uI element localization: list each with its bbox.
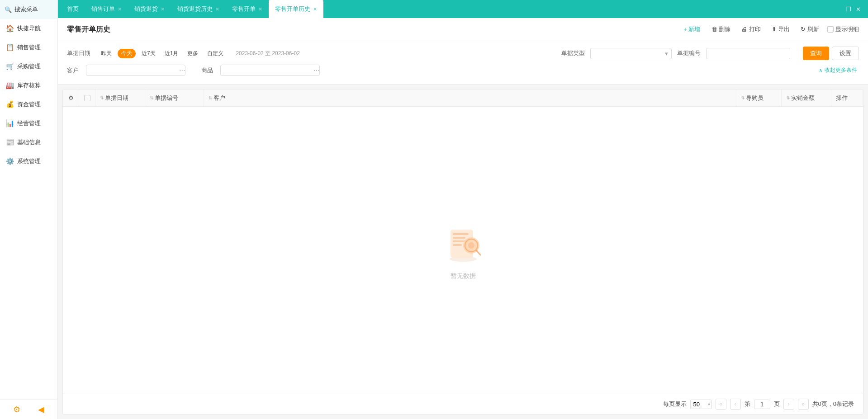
date-btn-2[interactable]: 近7天 (138, 49, 159, 58)
sidebar: 🔍 搜索采单 🏠快捷导航📋销售管理🛒采购管理🏭库存核算💰资金管理📊经营管理📰基础… (0, 0, 58, 419)
first-page-btn[interactable]: « (716, 399, 726, 410)
doc-num-input[interactable] (706, 48, 790, 59)
window-restore-icon[interactable]: ❐ (846, 6, 851, 13)
content-area: 零售开单历史 + 新增 🗑 删除 🖨 打印 ⬆ 导出 ↻ 刷新 显示明细 单据日… (58, 18, 868, 419)
search-icon: 🔍 (5, 6, 12, 13)
tab-close-retail-open-hist[interactable]: ✕ (313, 6, 317, 12)
sys-mgmt-icon: ⚙️ (6, 157, 14, 165)
tab-sales-return-hist[interactable]: 销货退货历史✕ (171, 0, 226, 18)
filter-row-1: 单据日期 昨天今天近7天近1月更多自定义 2023-06-02 至 2023-0… (67, 47, 859, 60)
refresh-button[interactable]: ↻ 刷新 (798, 24, 822, 35)
per-page-select[interactable]: 50 100 200 (690, 400, 712, 409)
collapse-button[interactable]: ∧ 收起更多条件 (817, 65, 859, 76)
next-page-btn[interactable]: › (783, 399, 794, 410)
table-area: ⚙ ⇅ 单据日期 ⇅ 单据编号 ⇅ 客户 ⇅ 导购员 (62, 89, 863, 414)
sidebar-item-ops-mgmt[interactable]: 📊经营管理 (0, 114, 57, 133)
window-close-icon[interactable]: ✕ (856, 6, 861, 13)
table-ops-col: 操作 (831, 89, 863, 106)
table-date-col: ⇅ 单据日期 (95, 89, 145, 106)
show-detail-label[interactable]: 显示明细 (827, 25, 859, 33)
sidebar-item-purchase-mgmt[interactable]: 🛒采购管理 (0, 57, 57, 76)
date-filter-buttons: 昨天今天近7天近1月更多自定义 (98, 49, 227, 58)
table-header: ⚙ ⇅ 单据日期 ⇅ 单据编号 ⇅ 客户 ⇅ 导购员 (63, 89, 863, 107)
show-detail-checkbox[interactable] (827, 26, 834, 33)
tab-retail-open[interactable]: 零售开单✕ (226, 0, 269, 18)
collapse-label: 收起更多条件 (825, 66, 857, 74)
filter-area: 单据日期 昨天今天近7天近1月更多自定义 2023-06-02 至 2023-0… (58, 41, 868, 85)
customer-dots[interactable]: ··· (179, 66, 185, 75)
tab-bar-right: ❐ ✕ (846, 6, 865, 13)
sidebar-item-basic-info[interactable]: 📰基础信息 (0, 133, 57, 152)
amount-col-label: 实销金额 (791, 94, 815, 102)
date-col-label: 单据日期 (105, 94, 128, 102)
print-button[interactable]: 🖨 打印 (739, 24, 764, 35)
sort-client-icon[interactable]: ⇅ (209, 95, 212, 100)
page-number-input[interactable] (754, 400, 770, 409)
prev-page-btn[interactable]: ‹ (730, 399, 741, 410)
delete-button[interactable]: 🗑 删除 (709, 24, 734, 35)
guide-col-label: 导购员 (746, 94, 764, 102)
tab-label-sales-order: 销售订单 (91, 5, 115, 13)
pagination: 每页显示 50 100 200 ▾ « ‹ 第 页 › » 共0页，0条记录 (63, 394, 863, 414)
doc-type-select[interactable] (590, 48, 672, 59)
table-amount-col: ⇅ 实销金额 (782, 89, 831, 106)
sidebar-item-finance[interactable]: 💰资金管理 (0, 95, 57, 114)
customer-label: 客户 (67, 66, 79, 75)
date-range-display: 2023-06-02 至 2023-06-02 (236, 50, 299, 57)
select-all-checkbox[interactable] (84, 95, 90, 101)
sidebar-search[interactable]: 🔍 搜索采单 (0, 0, 57, 19)
tab-sales-return[interactable]: 销货退货✕ (128, 0, 171, 18)
tab-close-sales-order[interactable]: ✕ (118, 6, 122, 12)
settings-icon[interactable]: ⚙ (13, 405, 20, 414)
date-btn-3[interactable]: 近1月 (161, 49, 182, 58)
add-button[interactable]: + 新增 (681, 24, 703, 35)
date-filter-label: 单据日期 (67, 49, 90, 57)
svg-rect-3 (453, 237, 465, 239)
sort-amount-icon[interactable]: ⇅ (786, 95, 790, 100)
table-check-col[interactable] (79, 89, 95, 106)
sidebar-item-sales-mgmt[interactable]: 📋销售管理 (0, 38, 57, 57)
sort-num-icon[interactable]: ⇅ (150, 95, 153, 100)
date-btn-1[interactable]: 今天 (118, 49, 136, 58)
search-button[interactable]: 查询 (803, 47, 829, 60)
customer-input[interactable] (86, 65, 185, 76)
empty-illustration (441, 221, 486, 266)
tab-retail-open-hist[interactable]: 零售开单历史✕ (269, 0, 323, 18)
last-page-btn[interactable]: » (798, 399, 809, 410)
basic-info-icon: 📰 (6, 138, 14, 146)
table-settings-col[interactable]: ⚙ (63, 89, 79, 106)
sort-guide-icon[interactable]: ⇅ (741, 95, 745, 100)
page-title: 零售开单历史 (67, 25, 110, 34)
export-button[interactable]: ⬆ 导出 (769, 24, 793, 35)
table-num-col: ⇅ 单据编号 (145, 89, 204, 106)
sidebar-search-label: 搜索采单 (14, 5, 38, 14)
basic-info-label: 基础信息 (17, 138, 41, 146)
collapse-sidebar-icon[interactable]: ◀ (38, 405, 44, 414)
settings-button[interactable]: 设置 (832, 47, 859, 60)
table-client-col: ⇅ 客户 (204, 89, 736, 106)
tab-bar: 首页销售订单✕销货退货✕销货退货历史✕零售开单✕零售开单历史✕ ❐ ✕ (58, 0, 868, 18)
date-btn-0[interactable]: 昨天 (98, 49, 115, 58)
inventory-label: 库存核算 (17, 81, 41, 89)
sidebar-item-sys-mgmt[interactable]: ⚙️系统管理 (0, 152, 57, 171)
sort-date-icon[interactable]: ⇅ (100, 95, 104, 100)
num-col-label: 单据编号 (155, 94, 178, 102)
sidebar-bottom: ⚙ ◀ (0, 400, 57, 419)
page-header: 零售开单历史 + 新增 🗑 删除 🖨 打印 ⬆ 导出 ↻ 刷新 显示明细 (58, 18, 868, 41)
goods-input[interactable] (220, 65, 320, 76)
sys-mgmt-label: 系统管理 (17, 157, 41, 165)
tab-home[interactable]: 首页 (61, 0, 85, 18)
date-btn-4[interactable]: 更多 (184, 49, 201, 58)
tab-close-sales-return-hist[interactable]: ✕ (215, 6, 219, 12)
svg-rect-2 (453, 233, 469, 235)
client-col-label: 客户 (213, 94, 225, 102)
tab-sales-order[interactable]: 销售订单✕ (85, 0, 128, 18)
tab-close-retail-open[interactable]: ✕ (258, 6, 262, 12)
tab-close-sales-return[interactable]: ✕ (161, 6, 165, 12)
tab-label-sales-return: 销货退货 (134, 5, 158, 13)
date-btn-5[interactable]: 自定义 (204, 49, 227, 58)
sidebar-item-quick-nav[interactable]: 🏠快捷导航 (0, 19, 57, 38)
sidebar-item-inventory[interactable]: 🏭库存核算 (0, 76, 57, 95)
action-buttons-right: 查询 设置 (803, 47, 859, 60)
goods-dots[interactable]: ··· (313, 66, 319, 75)
